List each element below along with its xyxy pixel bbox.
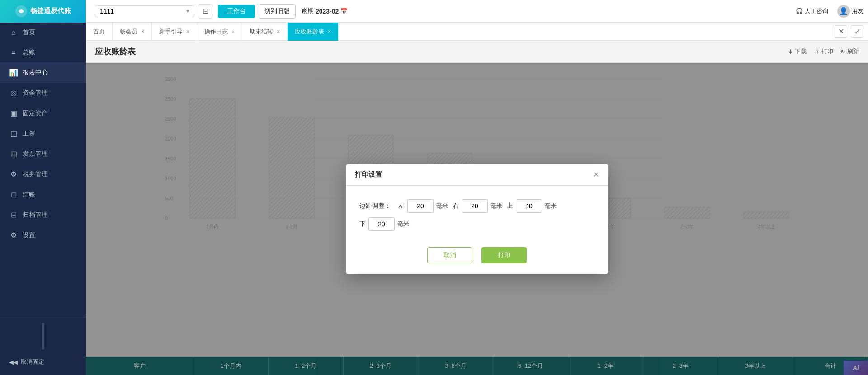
refresh-label: 刷新: [847, 47, 859, 56]
content-area: 首页 畅会员 × 新手引导 × 操作日志 × 期末结转 × 应收账龄表 ×: [86, 23, 868, 375]
period-label: 账期: [301, 7, 314, 15]
sidebar-label-invoice: 发票管理: [23, 150, 48, 158]
human-consult[interactable]: 🎧 人工咨询: [796, 7, 828, 15]
tab-close-ar-aging[interactable]: ×: [328, 28, 331, 35]
tab-maximize-button[interactable]: ⤢: [851, 25, 863, 38]
margin-top-group: 上 毫米: [507, 199, 557, 213]
margin-label: 边距调整：: [359, 202, 391, 210]
tab-label-membership: 畅会员: [120, 28, 137, 36]
user-info[interactable]: 👤 用友: [837, 5, 863, 18]
refresh-action[interactable]: ↻ 刷新: [840, 47, 859, 56]
sidebar-label-reports: 报表中心: [23, 69, 48, 77]
sidebar-label-closeout: 结账: [23, 191, 35, 199]
tab-label-period-transfer: 期末结转: [250, 28, 273, 36]
page-title: 应收账龄表: [95, 46, 136, 57]
tab-ar-aging[interactable]: 应收账龄表 ×: [288, 23, 339, 41]
tab-close-guide[interactable]: ×: [186, 28, 189, 35]
left-direction-label: 左: [398, 202, 405, 210]
right-margin-input[interactable]: [462, 199, 488, 213]
switch-version-button[interactable]: 切到旧版: [259, 4, 296, 19]
consult-label: 人工咨询: [805, 7, 828, 15]
logo-icon: [15, 5, 28, 18]
sidebar-item-ledger[interactable]: ≡ 总账: [0, 42, 86, 62]
salary-icon: ◫: [9, 129, 18, 138]
modal-close-button[interactable]: ✕: [593, 170, 599, 179]
calendar-icon[interactable]: 📅: [340, 8, 348, 14]
tab-operation-log[interactable]: 操作日志 ×: [197, 23, 242, 41]
modal-footer: 取消 打印: [346, 240, 608, 274]
print-icon: 🖨: [814, 48, 820, 55]
sidebar-label-ledger: 总账: [23, 48, 35, 56]
tab-period-transfer[interactable]: 期末结转 ×: [242, 23, 288, 41]
sidebar-label-funds: 资金管理: [23, 89, 48, 97]
sidebar-label-assets: 固定资产: [23, 109, 48, 117]
modal-body: 边距调整： 左 毫米 右 毫米: [346, 186, 608, 240]
left-margin-input[interactable]: [407, 199, 434, 213]
sidebar-item-salary[interactable]: ◫ 工资: [0, 123, 86, 144]
top-margin-input[interactable]: [516, 199, 542, 213]
sidebar-item-assets[interactable]: ▣ 固定资产: [0, 103, 86, 123]
sidebar-label-home: 首页: [23, 28, 35, 37]
margin-right-group: 右 毫米: [453, 199, 502, 213]
sidebar-item-archive[interactable]: ⊟ 归档管理: [0, 205, 86, 225]
right-unit-label: 毫米: [491, 202, 502, 210]
download-icon: ⬇: [788, 48, 793, 55]
sidebar-label-archive: 归档管理: [23, 211, 48, 219]
avatar: 👤: [837, 5, 850, 18]
print-label: 打印: [821, 47, 833, 56]
bottom-unit-label: 毫米: [397, 220, 409, 228]
sidebar-item-closeout[interactable]: ◻ 结账: [0, 184, 86, 205]
tax-icon: ⚙: [9, 170, 18, 178]
tab-label-operation-log: 操作日志: [204, 28, 228, 36]
sidebar-item-invoice[interactable]: ▤ 发票管理: [0, 144, 86, 164]
print-settings-modal: 打印设置 ✕ 边距调整： 左 毫米 右: [346, 164, 608, 274]
sidebar-item-reports[interactable]: 📊 报表中心: [0, 62, 86, 83]
sidebar-scroll: ⌂ 首页 ≡ 总账 📊 报表中心 ◎ 资金管理 ▣ 固定资产 ◫ 工资: [0, 23, 86, 318]
headset-icon: 🎧: [796, 8, 803, 14]
modal-overlay: 打印设置 ✕ 边距调整： 左 毫米 右: [86, 63, 868, 375]
logo-text: 畅捷通易代账: [30, 7, 71, 15]
logo-area: 畅捷通易代账: [0, 0, 86, 23]
company-selector[interactable]: 1111 ▾: [95, 5, 194, 17]
top-header: 畅捷通易代账 1111 ▾ ⊟ 工作台 切到旧版 账期 2023-02 📅 🎧 …: [0, 0, 868, 23]
sidebar-bottom: ◀◀ 取消固定: [0, 318, 86, 375]
margin-row: 边距调整： 左 毫米 右 毫米: [359, 199, 594, 231]
copy-button[interactable]: ⊟: [198, 4, 212, 19]
tab-membership[interactable]: 畅会员 ×: [113, 23, 152, 41]
tab-close-operation-log[interactable]: ×: [231, 28, 235, 35]
ledger-icon: ≡: [9, 48, 18, 56]
workbench-button[interactable]: 工作台: [218, 5, 255, 18]
sidebar-item-tax[interactable]: ⚙ 税务管理: [0, 164, 86, 184]
page-header: 应收账龄表 ⬇ 下载 🖨 打印 ↻ 刷新: [86, 41, 868, 63]
tab-actions: ✕ ⤢: [835, 25, 868, 38]
collapse-button[interactable]: ◀◀ 取消固定: [0, 353, 86, 370]
sidebar-label-settings: 设置: [23, 231, 35, 239]
download-action[interactable]: ⬇ 下载: [788, 47, 807, 56]
cancel-button[interactable]: 取消: [427, 247, 472, 263]
confirm-print-button[interactable]: 打印: [481, 247, 527, 263]
tab-close-period-transfer[interactable]: ×: [277, 28, 280, 35]
tab-home[interactable]: 首页: [86, 23, 113, 41]
chevron-down-icon: ▾: [186, 8, 189, 14]
tab-close-all-button[interactable]: ✕: [835, 25, 847, 38]
sidebar-item-home[interactable]: ⌂ 首页: [0, 23, 86, 42]
company-name: 1111: [100, 8, 183, 15]
sidebar-label-salary: 工资: [23, 130, 35, 138]
bottom-margin-input[interactable]: [368, 217, 395, 231]
left-unit-label: 毫米: [436, 202, 448, 210]
reports-icon: 📊: [9, 68, 18, 77]
top-unit-label: 毫米: [545, 202, 557, 210]
tab-bar: 首页 畅会员 × 新手引导 × 操作日志 × 期末结转 × 应收账龄表 ×: [86, 23, 868, 41]
tab-guide[interactable]: 新手引导 ×: [152, 23, 197, 41]
sidebar-label-tax: 税务管理: [23, 170, 48, 178]
print-action[interactable]: 🖨 打印: [814, 47, 833, 56]
assets-icon: ▣: [9, 109, 18, 117]
sidebar-item-funds[interactable]: ◎ 资金管理: [0, 83, 86, 103]
modal-header: 打印设置 ✕: [346, 164, 608, 186]
period-value: 2023-02: [316, 8, 339, 15]
tab-close-membership[interactable]: ×: [141, 28, 144, 35]
download-label: 下载: [795, 47, 807, 56]
header-right: 🎧 人工咨询 👤 用友: [796, 5, 863, 18]
sidebar-item-settings[interactable]: ⚙ 设置: [0, 225, 86, 245]
page-actions: ⬇ 下载 🖨 打印 ↻ 刷新: [788, 47, 859, 56]
